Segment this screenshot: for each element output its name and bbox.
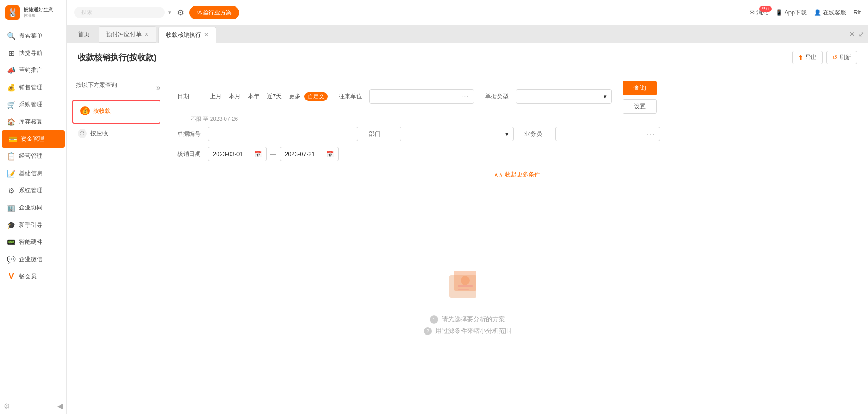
sidebar-label-member: 畅会员 (19, 272, 37, 281)
last-7days-btn[interactable]: 近7天 (267, 92, 282, 100)
dept-select[interactable]: ▾ (400, 127, 514, 141)
industry-btn[interactable]: 体验行业方案 (189, 6, 239, 19)
this-month-btn[interactable]: 本月 (229, 92, 241, 100)
close-tab-icon[interactable]: ✕ (849, 30, 855, 38)
sidebar-item-inventory[interactable]: 🏠 库存核算 (0, 113, 66, 130)
topbar-message[interactable]: ✉ 消息 99+ (750, 9, 768, 17)
refresh-button[interactable]: ↺ 刷新 (826, 51, 857, 64)
export-icon: ⬆ (798, 54, 803, 61)
tab-prepay[interactable]: 预付冲应付单 ✕ (99, 26, 156, 43)
enterprise-icon: 🏢 (7, 204, 15, 212)
topbar-service[interactable]: 👤 在线客服 (814, 9, 846, 17)
search-box[interactable]: 搜索 (74, 7, 165, 18)
sidebar-item-system[interactable]: ⚙ 系统管理 (0, 182, 66, 199)
staff-dots[interactable]: ··· (647, 130, 655, 138)
tab-prepay-close-icon[interactable]: ✕ (144, 31, 149, 38)
sidebar-logo: 🐰 畅捷通好生意 标准版 (0, 0, 66, 25)
refresh-icon: ↺ (832, 54, 838, 61)
writeoff-date-item: 核销日期 2023-03-01 📅 — 2023-07-21 📅 (177, 147, 339, 161)
writeoff-date-end[interactable]: 2023-07-21 📅 (280, 147, 339, 161)
writeoff-end-value: 2023-07-21 (285, 151, 315, 157)
sidebar-item-management[interactable]: 📋 经营管理 (0, 148, 66, 165)
partner-dots[interactable]: ··· (462, 93, 470, 100)
sidebar-item-marketing[interactable]: 📣 营销推广 (0, 62, 66, 79)
sidebar-item-finance[interactable]: 💳 资金管理 (2, 130, 65, 148)
settings-button[interactable]: 设置 (623, 99, 657, 114)
topbar-username: Rit (854, 9, 861, 16)
collapse-icon: ∧∧ (494, 171, 503, 178)
docno-form-item: 单据编号 (177, 127, 358, 141)
svg-rect-3 (458, 285, 473, 287)
partner-label: 往来单位 (339, 92, 366, 100)
sidebar-label-system: 系统管理 (19, 186, 42, 195)
doctype-select[interactable]: ▾ (516, 89, 612, 104)
filter-option-receipt[interactable]: 💰 按收款 (75, 103, 158, 119)
staff-input[interactable]: ··· (555, 127, 660, 141)
filter-option-receivable[interactable]: ⏱ 按应收 (72, 125, 160, 142)
export-button[interactable]: ⬆ 导出 (792, 51, 823, 64)
partner-input[interactable]: ··· (369, 89, 474, 104)
sidebar-nav: 🔍 搜索菜单 ⊞ 快捷导航 📣 营销推广 💰 销售管理 🛒 采购管理 🏠 库存核… (0, 25, 66, 398)
topbar-app-download[interactable]: 📱 App下载 (775, 9, 807, 17)
basics-icon: 📝 (7, 169, 15, 177)
more-date-btn[interactable]: 更多 (289, 92, 301, 100)
settings-bottom-icon[interactable]: ⚙ (4, 402, 10, 410)
sidebar-item-hardware[interactable]: 📟 智能硬件 (0, 233, 66, 251)
docno-input[interactable] (208, 127, 358, 141)
sidebar-item-wechat[interactable]: 💬 企业微信 (0, 251, 66, 268)
svg-rect-4 (458, 289, 469, 290)
tab-receipt-close-icon[interactable]: ✕ (204, 32, 208, 38)
app-badge: 标准版 (24, 13, 53, 19)
doctype-chevron: ▾ (604, 93, 607, 100)
sidebar: 🐰 畅捷通好生意 标准版 🔍 搜索菜单 ⊞ 快捷导航 📣 营销推广 💰 销售管理… (0, 0, 67, 414)
member-icon: V (7, 272, 15, 281)
sales-icon: 💰 (7, 83, 15, 91)
filter-box: 💰 按收款 (72, 100, 160, 124)
purchase-icon: 🛒 (7, 100, 15, 109)
sidebar-label-search: 搜索菜单 (19, 32, 42, 40)
tabbar: 首页 预付冲应付单 ✕ 收款核销执行 ✕ ✕ ⤢ (67, 25, 868, 43)
message-badge: 99+ (760, 6, 772, 12)
writeoff-end-calendar-icon: 📅 (326, 151, 334, 157)
filter-collapse-icon[interactable]: » (156, 84, 160, 92)
writeoff-date-start[interactable]: 2023-03-01 📅 (208, 147, 267, 161)
content-area: 收款核销执行(按收款) ⬆ 导出 ↺ 刷新 按以下方案查询 » (67, 43, 868, 414)
sidebar-item-quicknav[interactable]: ⊞ 快捷导航 (0, 44, 66, 62)
sidebar-label-quicknav: 快捷导航 (19, 49, 42, 57)
form-row-3: 核销日期 2023-03-01 📅 — 2023-07-21 📅 (177, 147, 857, 161)
dept-label: 部门 (369, 130, 396, 138)
sidebar-item-basics[interactable]: 📝 基础信息 (0, 165, 66, 182)
tab-home[interactable]: 首页 (71, 26, 97, 43)
collapse-sidebar-icon[interactable]: ◀ (57, 402, 63, 410)
app-label: App下载 (784, 9, 807, 17)
sidebar-item-sales[interactable]: 💰 销售管理 (0, 79, 66, 96)
custom-badge[interactable]: 自定义 (304, 92, 328, 101)
date-hint: 不限 至 2023-07-26 (191, 116, 238, 122)
this-year-btn[interactable]: 本年 (248, 92, 259, 100)
app-icon: 📱 (775, 9, 783, 16)
sidebar-item-search[interactable]: 🔍 搜索菜单 (0, 27, 66, 44)
expand-tab-icon[interactable]: ⤢ (859, 30, 864, 38)
management-icon: 📋 (7, 152, 15, 160)
collapse-more-btn[interactable]: ∧∧ 收起更多条件 (177, 167, 857, 182)
filter-area: 按以下方案查询 » 💰 按收款 ⏱ 按应收 (67, 70, 868, 186)
writeoff-date-range: 2023-03-01 📅 — 2023-07-21 📅 (208, 147, 339, 161)
guide-icon: 🎓 (7, 221, 15, 229)
query-button[interactable]: 查询 (623, 81, 657, 95)
last-month-btn[interactable]: 上月 (210, 92, 222, 100)
search-dropdown-icon[interactable]: ▾ (168, 9, 171, 16)
tab-receipt-writeoff[interactable]: 收款核销执行 ✕ (158, 27, 216, 43)
tabbar-controls: ✕ ⤢ (849, 30, 864, 38)
topbar-right: ✉ 消息 99+ 📱 App下载 👤 在线客服 Rit (750, 9, 861, 17)
sidebar-item-member[interactable]: V 畅会员 (0, 268, 66, 285)
sidebar-label-marketing: 营销推广 (19, 66, 42, 74)
topbar-search-area: 搜索 ▾ ⚙ 体验行业方案 (74, 6, 750, 19)
sidebar-item-guide[interactable]: 🎓 新手引导 (0, 216, 66, 233)
empty-tip-1: 1 请先选择要分析的方案 (430, 315, 505, 324)
topbar-gear-icon[interactable]: ⚙ (177, 8, 184, 18)
form-row-1: 日期 上月 本月 本年 近7天 更多 自定义 (177, 79, 857, 114)
staff-form-item: 业务员 ··· (524, 127, 660, 141)
sidebar-item-purchase[interactable]: 🛒 采购管理 (0, 96, 66, 113)
sidebar-item-enterprise[interactable]: 🏢 企业协同 (0, 199, 66, 216)
form-buttons: 查询 设置 (623, 81, 657, 114)
